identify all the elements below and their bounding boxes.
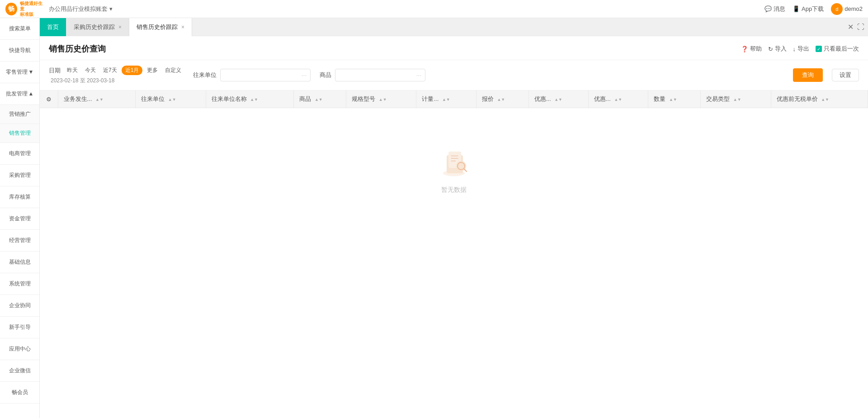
- sidebar-item-search-menu[interactable]: 搜索菜单: [0, 18, 39, 40]
- wholesale-mgmt-label: 批发管理: [6, 90, 28, 98]
- sort-icon-unit: ▲▼: [442, 98, 450, 102]
- sidebar-item-ops-mgmt[interactable]: 经营管理: [0, 230, 39, 252]
- date-btn-yesterday[interactable]: 昨天: [64, 66, 80, 75]
- tab-sales-history[interactable]: 销售历史价跟踪 ×: [129, 18, 192, 36]
- help-button[interactable]: ❓ 帮助: [741, 45, 762, 53]
- export-button[interactable]: ↓ 导出: [793, 45, 810, 53]
- table-header-quoted-price[interactable]: 报价 ▲▼: [476, 90, 528, 108]
- only-last-checkbox[interactable]: ✓ 只看最后一次: [816, 45, 859, 53]
- sidebar-item-system-mgmt[interactable]: 系统管理: [0, 273, 39, 295]
- app-download-button[interactable]: 📱 App下载: [793, 5, 824, 13]
- sidebar-item-enterprise-wechat[interactable]: 企业微信: [0, 360, 39, 382]
- tab-maximize-button[interactable]: ⛶: [857, 23, 864, 31]
- sidebar-item-member[interactable]: 畅会员: [0, 382, 39, 404]
- import-icon: ↻: [768, 46, 773, 52]
- counterpart-dots: ···: [302, 71, 307, 79]
- sidebar-item-ecom-mgmt[interactable]: 电商管理: [0, 143, 39, 165]
- table-header-discount1[interactable]: 优惠... ▲▼: [528, 90, 588, 108]
- sidebar-item-new-guide[interactable]: 新手引导: [0, 317, 39, 338]
- table-header-gear[interactable]: ⚙: [40, 90, 58, 108]
- settings-button[interactable]: 设置: [832, 69, 859, 81]
- capital-mgmt-label: 资金管理: [9, 215, 31, 223]
- empty-state-icon: [436, 144, 472, 180]
- import-button[interactable]: ↻ 导入: [768, 45, 787, 53]
- table-header-counterpart-name[interactable]: 往来单位名称 ▲▼: [206, 90, 294, 108]
- sort-icon-quantity: ▲▼: [669, 98, 677, 102]
- product-dots: ···: [416, 71, 422, 79]
- date-btn-last7days[interactable]: 近7天: [100, 66, 120, 75]
- table-container: ⚙ 业务发生... ▲▼ 往来单位 ▲▼ 往来单位名称: [40, 90, 868, 230]
- date-btn-custom[interactable]: 自定义: [162, 66, 184, 75]
- product-input[interactable]: ···: [335, 69, 425, 81]
- app-download-icon: 📱: [793, 5, 800, 12]
- table-header-quantity[interactable]: 数量 ▲▼: [648, 90, 701, 108]
- table-header-row: ⚙ 业务发生... ▲▼ 往来单位 ▲▼ 往来单位名称: [40, 90, 868, 108]
- page-header: 销售历史价查询 ❓ 帮助 ↻ 导入 ↓ 导出 ✓: [40, 36, 868, 60]
- tab-close-window-button[interactable]: ✕: [848, 23, 854, 31]
- empty-state-text: 暂无数据: [441, 186, 467, 194]
- message-button[interactable]: 💬 消息: [764, 5, 785, 13]
- table-header-discount2[interactable]: 优惠... ▲▼: [588, 90, 648, 108]
- app-download-label: App下载: [802, 5, 824, 13]
- tab-purchase-history-close[interactable]: ×: [118, 24, 122, 30]
- sidebar-item-basic-info[interactable]: 基础信息: [0, 252, 39, 273]
- sort-icon-quoted-price: ▲▼: [497, 98, 505, 102]
- purchase-mgmt-label: 采购管理: [9, 172, 31, 179]
- counterpart-label: 往来单位: [193, 71, 217, 79]
- query-button[interactable]: 查询: [793, 68, 823, 82]
- sidebar-item-retail-mgmt[interactable]: 零售管理 ▼: [0, 62, 39, 83]
- search-menu-label: 搜索菜单: [9, 25, 31, 33]
- avatar: d: [831, 3, 843, 15]
- data-table: ⚙ 业务发生... ▲▼ 往来单位 ▲▼ 往来单位名称: [40, 90, 868, 108]
- tab-home[interactable]: 首页: [40, 18, 66, 36]
- main-layout: 搜索菜单 快捷导航 零售管理 ▼ 批发管理 ▲ 营销推广 销售管理 电商管理 采…: [0, 18, 868, 418]
- date-btn-last1month[interactable]: 近1月: [122, 66, 143, 75]
- date-btn-more[interactable]: 更多: [144, 66, 160, 75]
- sidebar-item-marketing[interactable]: 营销推广: [0, 105, 39, 124]
- empty-state: 暂无数据: [40, 108, 868, 230]
- new-guide-label: 新手引导: [9, 324, 31, 331]
- svg-line-8: [464, 169, 467, 171]
- sort-icon-counterpart-name: ▲▼: [250, 98, 258, 102]
- table-header-product[interactable]: 商品 ▲▼: [294, 90, 346, 108]
- sidebar-item-purchase-mgmt[interactable]: 采购管理: [0, 165, 39, 186]
- counterpart-input[interactable]: ···: [220, 69, 311, 81]
- inventory-check-label: 库存核算: [9, 194, 31, 201]
- sidebar-item-capital-mgmt[interactable]: 资金管理: [0, 208, 39, 230]
- export-label: 导出: [797, 45, 809, 53]
- sidebar-item-quick-nav[interactable]: 快捷导航: [0, 40, 39, 62]
- top-bar: 畅 畅捷通好生意 标准版 办公用品行业模拟账套 ▾ 💬 消息 📱 App下载 d…: [0, 0, 868, 18]
- top-bar-left: 畅 畅捷通好生意 标准版 办公用品行业模拟账套 ▾: [5, 1, 113, 17]
- table-header-pre-tax-price[interactable]: 优惠前无税单价 ▲▼: [771, 90, 868, 108]
- table-header-spec[interactable]: 规格型号 ▲▼: [346, 90, 416, 108]
- sort-icon-counterpart-code: ▲▼: [168, 98, 176, 102]
- sidebar: 搜索菜单 快捷导航 零售管理 ▼ 批发管理 ▲ 营销推广 销售管理 电商管理 采…: [0, 18, 40, 418]
- tab-purchase-history-label: 采购历史价跟踪: [74, 23, 115, 31]
- user-profile[interactable]: d demo2: [831, 3, 863, 15]
- sidebar-item-enterprise-coop[interactable]: 企业协同: [0, 295, 39, 317]
- sidebar-item-sales-mgmt[interactable]: 销售管理: [0, 124, 39, 143]
- top-bar-right: 💬 消息 📱 App下载 d demo2: [764, 3, 863, 15]
- date-btn-today[interactable]: 今天: [82, 66, 99, 75]
- tab-purchase-history[interactable]: 采购历史价跟踪 ×: [66, 18, 129, 36]
- sidebar-item-wholesale-mgmt[interactable]: 批发管理 ▲: [0, 83, 39, 105]
- tab-sales-history-close[interactable]: ×: [181, 24, 184, 30]
- app-title: 畅捷通好生意 标准版: [20, 1, 45, 17]
- breadcrumb-chevron: ▾: [109, 5, 113, 12]
- sidebar-item-app-center[interactable]: 应用中心: [0, 338, 39, 360]
- breadcrumb[interactable]: 办公用品行业模拟账套 ▾: [49, 5, 113, 13]
- table-header-counterpart-code[interactable]: 往来单位 ▲▼: [136, 90, 206, 108]
- ecom-mgmt-label: 电商管理: [9, 150, 31, 157]
- message-label: 消息: [774, 5, 785, 13]
- logo-area: 畅 畅捷通好生意 标准版: [5, 1, 45, 17]
- table-header-trade-type[interactable]: 交易类型 ▲▼: [701, 90, 771, 108]
- sidebar-item-inventory-check[interactable]: 库存核算: [0, 186, 39, 208]
- enterprise-wechat-label: 企业微信: [9, 367, 31, 375]
- member-label: 畅会员: [12, 389, 28, 396]
- sort-icon-discount1: ▲▼: [554, 98, 562, 102]
- wholesale-mgmt-arrow: ▲: [28, 90, 34, 98]
- page-header-actions: ❓ 帮助 ↻ 导入 ↓ 导出 ✓ 只看最后一次: [741, 45, 859, 53]
- table-header-biz-date[interactable]: 业务发生... ▲▼: [58, 90, 136, 108]
- table-header-unit[interactable]: 计量... ▲▼: [416, 90, 476, 108]
- date-label: 日期: [49, 66, 61, 75]
